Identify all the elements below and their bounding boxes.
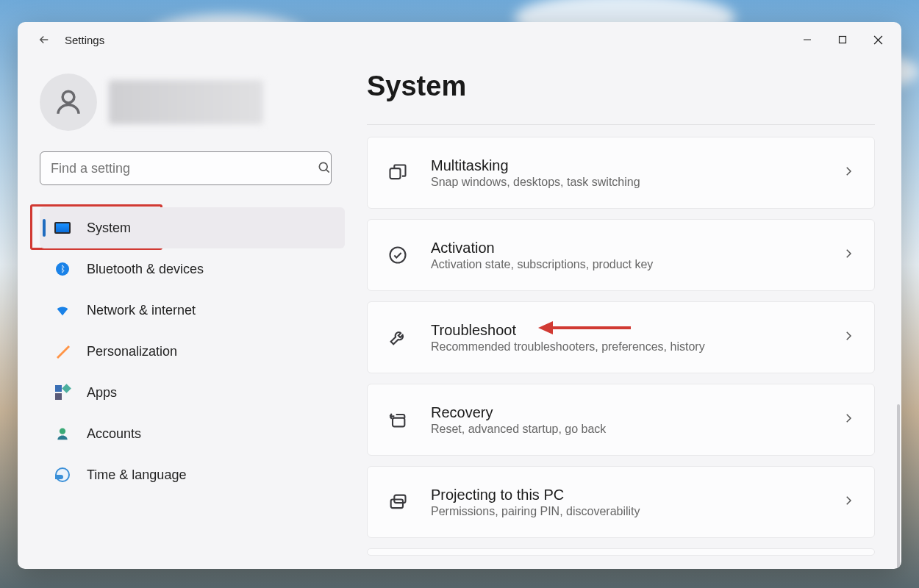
app-title: Settings [65,34,104,46]
close-button[interactable] [860,26,895,53]
chevron-right-icon [842,247,855,263]
svg-rect-0 [840,37,846,43]
apps-icon [54,384,71,401]
checkmark-circle-icon [387,244,409,266]
nav-item-accounts[interactable]: Accounts [40,413,345,454]
search-icon [317,160,332,178]
card-multitasking[interactable]: Multitasking Snap windows, desktops, tas… [367,137,875,209]
multitasking-icon [387,162,409,184]
svg-rect-7 [393,418,404,427]
content-area: System Multitasking Snap windows, deskto… [360,57,901,569]
card-activation[interactable]: Activation Activation state, subscriptio… [367,219,875,291]
svg-point-3 [60,429,65,434]
wrench-icon [387,326,409,348]
nav-label: Time & language [87,467,186,483]
settings-card-list: Multitasking Snap windows, desktops, tas… [367,137,875,556]
profile-section[interactable] [40,74,345,131]
back-button[interactable] [32,28,56,51]
settings-window: Settings [18,22,901,569]
brush-icon [54,343,71,359]
maximize-button[interactable] [825,26,860,53]
card-title: Activation [431,240,842,257]
card-title: Projecting to this PC [431,487,842,503]
svg-point-5 [390,248,406,263]
svg-rect-8 [391,500,403,509]
card-recovery[interactable]: Recovery Reset, advanced startup, go bac… [367,384,875,456]
nav-label: Accounts [87,426,141,442]
card-title: Multitasking [431,157,842,174]
nav-label: System [87,220,131,236]
close-icon [873,35,883,45]
nav-list: System ᛒ Bluetooth & devices Network & i… [40,207,345,495]
person-icon [53,87,84,118]
profile-name-redacted [109,80,263,124]
card-subtitle: Permissions, pairing PIN, discoverabilit… [431,505,842,518]
nav-item-system[interactable]: System [40,207,345,248]
svg-rect-4 [390,168,401,179]
card-subtitle: Recommended troubleshooters, preferences… [431,340,842,354]
svg-point-2 [319,162,327,171]
nav-item-bluetooth[interactable]: ᛒ Bluetooth & devices [40,248,345,290]
titlebar: Settings [18,22,901,57]
nav-item-apps[interactable]: Apps [40,372,345,413]
chevron-right-icon [842,412,855,428]
arrow-left-icon [37,33,51,46]
nav-label: Bluetooth & devices [87,262,204,277]
chevron-right-icon [842,165,855,181]
minimize-icon [803,35,812,44]
recovery-icon [387,409,409,431]
minimize-button[interactable] [790,26,825,53]
maximize-icon [838,35,847,44]
nav-item-personalization[interactable]: Personalization [40,331,345,372]
chevron-right-icon [842,329,855,345]
search-container [40,151,345,185]
card-partial-next[interactable] [367,548,875,556]
nav-item-network[interactable]: Network & internet [40,290,345,331]
card-subtitle: Snap windows, desktops, task switching [431,176,842,189]
avatar [40,74,97,131]
card-subtitle: Reset, advanced startup, go back [431,423,842,436]
card-subtitle: Activation state, subscriptions, product… [431,258,842,271]
page-title: System [367,71,875,102]
nav-label: Personalization [87,344,177,359]
card-title: Recovery [431,404,842,421]
card-title: Troubleshoot [431,322,842,339]
clock-globe-icon [54,467,71,483]
wifi-icon [54,302,71,318]
search-input[interactable] [40,151,332,185]
system-icon [54,220,71,236]
chevron-right-icon [842,494,855,510]
accounts-icon [54,426,71,442]
sidebar: System ᛒ Bluetooth & devices Network & i… [18,57,360,569]
card-troubleshoot[interactable]: Troubleshoot Recommended troubleshooters… [367,301,875,373]
nav-label: Network & internet [87,303,196,318]
projecting-icon [387,491,409,513]
card-projecting[interactable]: Projecting to this PC Permissions, pairi… [367,466,875,538]
window-controls [790,26,895,53]
scrollbar-thumb[interactable] [897,404,900,569]
svg-point-1 [62,91,74,103]
nav-item-time-language[interactable]: Time & language [40,454,345,495]
bluetooth-icon: ᛒ [54,261,71,277]
nav-label: Apps [87,385,117,401]
divider [367,124,875,125]
